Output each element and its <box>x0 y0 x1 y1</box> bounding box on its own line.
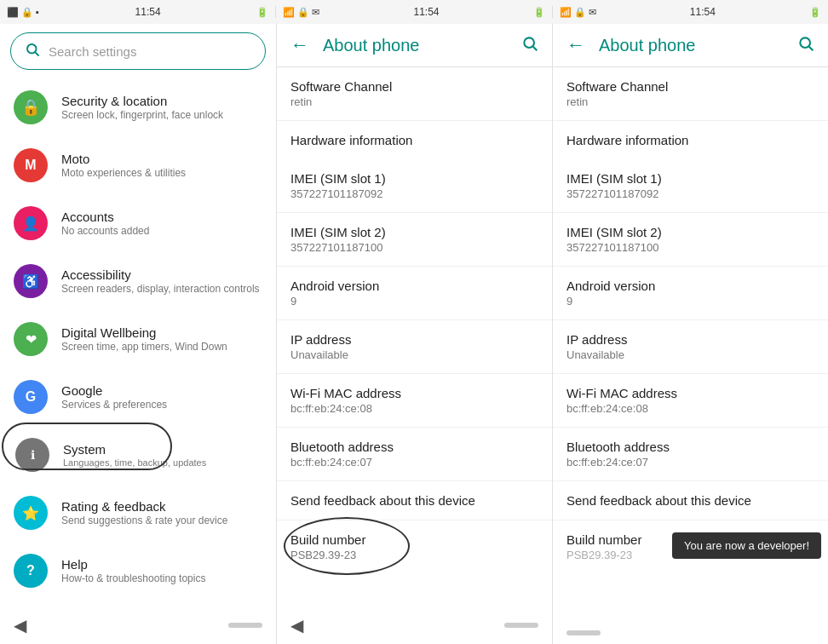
security-icon: 🔒 <box>21 7 33 18</box>
panel-title-left: About phone <box>323 36 508 55</box>
bt-title-left: Bluetooth address <box>290 440 538 454</box>
bottom-nav-right <box>553 622 828 644</box>
imei2-subtitle-left: 357227101187100 <box>290 241 538 254</box>
message-icon: ▪ <box>36 7 39 17</box>
battery-icon-left: 🔋 <box>256 7 268 18</box>
google-icon-bg: G <box>14 380 48 414</box>
notification-icon: ⬛ <box>7 7 19 18</box>
back-button-right[interactable]: ← <box>566 34 585 56</box>
ip-subtitle-right: Unavailable <box>566 348 814 361</box>
sidebar-item-digital-wellbeing[interactable]: ❤ Digital Wellbeing Screen time, app tim… <box>0 310 276 368</box>
wifi-mac-subtitle-left: bc:ff:eb:24:ce:08 <box>290 402 538 415</box>
wifi-mac-right[interactable]: Wi-Fi MAC address bc:ff:eb:24:ce:08 <box>553 374 828 428</box>
security-text: Security & location Screen lock, fingerp… <box>61 94 262 121</box>
status-bar: ⬛ 🔒 ▪ 11:54 🔋 📶 🔒 ✉ 11:54 🔋 📶 🔒 ✉ 11:54 … <box>0 0 828 24</box>
accessibility-icon-bg: ♿ <box>14 264 48 298</box>
moto-subtitle: Moto experiences & utilities <box>61 167 262 179</box>
search-button-left[interactable] <box>521 35 538 56</box>
home-indicator-right <box>566 630 601 635</box>
sidebar-item-accessibility[interactable]: ♿ Accessibility Screen readers, display,… <box>0 252 276 310</box>
back-nav-mid[interactable]: ◀ <box>290 615 303 635</box>
accounts-text: Accounts No accounts added <box>61 210 262 237</box>
bluetooth-left[interactable]: Bluetooth address bc:ff:eb:24:ce:07 <box>277 428 552 481</box>
info-software-channel-left[interactable]: Software Channel retin <box>277 67 552 121</box>
send-feedback-left[interactable]: Send feedback about this device <box>277 481 552 520</box>
sidebar-item-help[interactable]: ? Help How-to & troubleshooting topics <box>0 542 276 600</box>
settings-panel: Search settings 🔒 Security & location Sc… <box>0 24 277 644</box>
help-icon-bg: ? <box>14 554 48 588</box>
android-title-left: Android version <box>290 279 538 293</box>
svg-point-4 <box>800 37 810 48</box>
security-title: Security & location <box>61 94 262 108</box>
svg-point-2 <box>524 37 534 48</box>
svg-line-3 <box>533 46 538 50</box>
wellbeing-title: Digital Wellbeing <box>61 325 262 340</box>
back-nav-left[interactable]: ◀ <box>14 615 26 635</box>
imei2-left[interactable]: IMEI (SIM slot 2) 357227101187100 <box>277 213 552 267</box>
accounts-title: Accounts <box>61 210 262 224</box>
battery-mid: 🔋 <box>533 7 545 18</box>
home-indicator-left <box>228 623 262 628</box>
software-channel-title-right: Software Channel <box>566 79 814 94</box>
panel-title-right: About phone <box>599 36 784 55</box>
imei1-subtitle-left: 357227101187092 <box>290 187 538 200</box>
accessibility-title: Accessibility <box>61 267 262 282</box>
back-button-left[interactable]: ← <box>290 34 309 56</box>
google-title: Google <box>61 383 262 398</box>
software-channel-subtitle-left: retin <box>290 95 538 108</box>
ip-address-left[interactable]: IP address Unavailable <box>277 320 552 374</box>
ip-title-right: IP address <box>566 332 814 347</box>
send-feedback-right[interactable]: Send feedback about this device <box>553 481 828 520</box>
build-number-container-left[interactable]: Build number PSB29.39-23 <box>277 520 552 573</box>
hardware-section-left: Hardware information <box>277 121 552 159</box>
accounts-subtitle: No accounts added <box>61 225 262 237</box>
sidebar-item-accounts[interactable]: 👤 Accounts No accounts added <box>0 194 276 252</box>
sidebar-item-security[interactable]: 🔒 Security & location Screen lock, finge… <box>0 78 276 136</box>
ip-subtitle-left: Unavailable <box>290 348 538 361</box>
system-subtitle: Languages, time, backup, updates <box>63 457 261 468</box>
time-right: 11:54 <box>690 6 716 18</box>
wellbeing-subtitle: Screen time, app timers, Wind Down <box>61 341 262 353</box>
sidebar-item-rating[interactable]: ⭐ Rating & feedback Send suggestions & r… <box>0 484 276 542</box>
imei2-right[interactable]: IMEI (SIM slot 2) 357227101187100 <box>553 213 828 267</box>
status-icons-left: ⬛ 🔒 ▪ <box>7 7 39 18</box>
build-number-container-right[interactable]: Build number PSB29.39-23 You are now a d… <box>553 520 828 573</box>
security-subtitle: Screen lock, fingerprint, face unlock <box>61 109 262 121</box>
android-subtitle-right: 9 <box>566 295 814 308</box>
signal-icon-mid: 📶 <box>283 7 295 18</box>
moto-title: Moto <box>61 152 262 166</box>
bt-subtitle-right: bc:ff:eb:24:ce:07 <box>566 456 814 469</box>
rating-text: Rating & feedback Send suggestions & rat… <box>61 499 262 526</box>
moto-text: Moto Moto experiences & utilities <box>61 152 262 179</box>
info-software-channel-right[interactable]: Software Channel retin <box>553 67 828 121</box>
feedback-title-left: Send feedback about this device <box>290 493 538 508</box>
search-bar[interactable]: Search settings <box>10 32 266 70</box>
sidebar-item-google[interactable]: G Google Services & preferences <box>0 368 276 426</box>
imei1-title-left: IMEI (SIM slot 1) <box>290 171 538 186</box>
svg-point-0 <box>27 44 37 54</box>
sidebar-item-moto[interactable]: M Moto Moto experiences & utilities <box>0 136 276 194</box>
wifi-mac-title-left: Wi-Fi MAC address <box>290 386 538 400</box>
about-panel-right: ← About phone Software Channel retin Har… <box>553 24 828 644</box>
bluetooth-right[interactable]: Bluetooth address bc:ff:eb:24:ce:07 <box>553 428 828 481</box>
moto-icon-bg: M <box>14 148 48 182</box>
wifi-mac-left[interactable]: Wi-Fi MAC address bc:ff:eb:24:ce:08 <box>277 374 552 428</box>
rating-subtitle: Send suggestions & rate your device <box>61 515 262 526</box>
ip-address-right[interactable]: IP address Unavailable <box>553 320 828 374</box>
wellbeing-icon-bg: ❤ <box>14 322 48 356</box>
android-title-right: Android version <box>566 279 814 293</box>
search-button-right[interactable] <box>797 35 814 56</box>
android-version-right[interactable]: Android version 9 <box>553 267 828 320</box>
sidebar-item-system[interactable]: ℹ System Languages, time, backup, update… <box>5 428 271 482</box>
wifi-mac-title-right: Wi-Fi MAC address <box>566 386 814 400</box>
battery-left: 🔋 <box>256 7 268 18</box>
bt-subtitle-left: bc:ff:eb:24:ce:07 <box>290 456 538 469</box>
accessibility-text: Accessibility Screen readers, display, i… <box>61 267 262 295</box>
imei1-left[interactable]: IMEI (SIM slot 1) 357227101187092 <box>277 159 552 213</box>
imei2-title-left: IMEI (SIM slot 2) <box>290 225 538 239</box>
imei1-right[interactable]: IMEI (SIM slot 1) 357227101187092 <box>553 159 828 213</box>
time-left: 11:54 <box>135 6 161 18</box>
android-version-left[interactable]: Android version 9 <box>277 267 552 320</box>
security-icon-right: 🔒 <box>574 7 586 18</box>
wellbeing-text: Digital Wellbeing Screen time, app timer… <box>61 325 262 353</box>
